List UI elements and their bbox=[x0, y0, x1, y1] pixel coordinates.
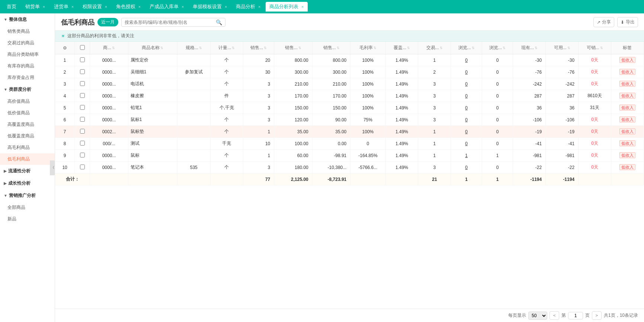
nav-purchase-order-close[interactable]: × bbox=[71, 4, 74, 9]
th-gross-rate[interactable]: 毛利率⇅ bbox=[350, 42, 385, 54]
sidebar-item-new-products[interactable]: 新品 bbox=[0, 213, 55, 225]
sidebar-group-growth[interactable]: ▶ 成长性分析 bbox=[0, 177, 55, 189]
nav-purchase-order[interactable]: 进货单 × bbox=[50, 2, 77, 12]
nav-sales-order-close[interactable]: × bbox=[43, 4, 45, 9]
row-check[interactable] bbox=[80, 93, 85, 98]
row-browse1[interactable]: 0 bbox=[451, 114, 482, 126]
th-coverage[interactable]: 覆盖...⇅ bbox=[385, 42, 418, 54]
export-btn[interactable]: ⬇ 导出 bbox=[617, 17, 638, 27]
sidebar-collapse-btn[interactable]: 《 bbox=[50, 160, 55, 175]
nav-permissions-close[interactable]: × bbox=[105, 4, 107, 9]
nav-home[interactable]: 首页 bbox=[3, 2, 20, 12]
select-all-checkbox[interactable] bbox=[80, 45, 85, 50]
row-browse1[interactable]: 0 bbox=[451, 90, 482, 102]
row-browse1[interactable]: 0 bbox=[451, 126, 482, 138]
sidebar-item-high-value[interactable]: 高价值商品 bbox=[0, 96, 55, 107]
row-code: 0000... bbox=[90, 54, 128, 66]
nav-permissions[interactable]: 权限设置 × bbox=[79, 2, 111, 12]
nav-role-auth-close[interactable]: × bbox=[138, 4, 141, 9]
row-checkbox[interactable] bbox=[75, 150, 90, 162]
th-sellable[interactable]: 可销...⇅ bbox=[579, 42, 611, 54]
row-browse1[interactable]: 0 bbox=[451, 162, 482, 173]
th-available[interactable]: 可用...⇅ bbox=[546, 42, 579, 54]
th-price[interactable]: 销售...⇅ bbox=[274, 42, 313, 54]
sidebar-item-low-value[interactable]: 低价值商品 bbox=[0, 107, 55, 119]
row-check[interactable] bbox=[80, 153, 85, 157]
row-browse1[interactable]: 0 bbox=[451, 78, 482, 90]
share-btn[interactable]: ↗ 分享 bbox=[593, 17, 614, 27]
sidebar-group-overview[interactable]: ▼ 整体信息 bbox=[0, 13, 55, 26]
sidebar-item-all-products[interactable]: 全部商品 bbox=[0, 202, 55, 213]
row-checkbox[interactable] bbox=[75, 162, 90, 173]
th-name[interactable]: 商品名称⇅ bbox=[128, 42, 177, 54]
row-check[interactable] bbox=[80, 57, 85, 62]
row-checkbox[interactable] bbox=[75, 66, 90, 78]
sidebar-item-stocked-products[interactable]: 有库存的商品 bbox=[0, 60, 55, 72]
th-unit[interactable]: 计量...⇅ bbox=[210, 42, 243, 54]
sidebar-item-low-margin[interactable]: 低毛利商品 bbox=[0, 153, 55, 165]
row-name: 电话机 bbox=[128, 78, 177, 90]
sidebar-item-category-sales-rate[interactable]: 商品分类助销率 bbox=[0, 49, 55, 60]
row-browse1[interactable]: 1 bbox=[451, 150, 482, 162]
row-check[interactable] bbox=[80, 117, 85, 122]
th-trade[interactable]: 交易...⇅ bbox=[418, 42, 451, 54]
th-browse2[interactable]: 浏览...⇅ bbox=[482, 42, 513, 54]
th-browse1[interactable]: 浏览...⇅ bbox=[451, 42, 482, 54]
nav-template-settings[interactable]: 单据模板设置 × bbox=[189, 2, 231, 12]
page-number-input[interactable] bbox=[568, 312, 583, 319]
row-browse1[interactable]: 0 bbox=[451, 102, 482, 114]
sidebar-group-circulation[interactable]: ▶ 流通性分析 bbox=[0, 165, 55, 177]
sidebar-item-low-coverage[interactable]: 低覆盖度商品 bbox=[0, 130, 55, 142]
row-browse1[interactable]: 0 bbox=[451, 138, 482, 150]
nav-product-analysis-list-close[interactable]: × bbox=[301, 4, 304, 9]
row-check[interactable] bbox=[80, 105, 85, 110]
search-input[interactable] bbox=[125, 20, 214, 25]
sidebar-item-traded-products[interactable]: 交易过的商品 bbox=[0, 37, 55, 49]
th-spec[interactable]: 规格...⇅ bbox=[177, 42, 210, 54]
row-check[interactable] bbox=[80, 141, 85, 146]
th-settings[interactable]: ⚙ bbox=[55, 42, 75, 54]
nav-role-auth[interactable]: 角色授权 × bbox=[112, 2, 144, 12]
sidebar-item-high-margin[interactable]: 高毛利商品 bbox=[0, 142, 55, 153]
nav-product-analysis-list[interactable]: 商品分析列表 × bbox=[266, 2, 307, 12]
th-stock[interactable]: 现有...⇅ bbox=[513, 42, 546, 54]
sidebar-item-inventory-capital[interactable]: 库存资金占用 bbox=[0, 72, 55, 83]
search-icon[interactable]: 🔍 bbox=[216, 19, 222, 25]
row-browse1[interactable]: 0 bbox=[451, 66, 482, 78]
row-check[interactable] bbox=[80, 165, 85, 169]
nav-sales-order[interactable]: 销货单 × bbox=[22, 2, 49, 12]
row-browse1[interactable]: 0 bbox=[451, 54, 482, 66]
row-checkbox[interactable] bbox=[75, 126, 90, 138]
row-checkbox[interactable] bbox=[75, 114, 90, 126]
th-checkbox[interactable] bbox=[75, 42, 90, 54]
row-coverage: 1.49% bbox=[385, 90, 418, 102]
th-qty[interactable]: 销售...⇅ bbox=[243, 42, 274, 54]
table-wrapper[interactable]: ⚙ 商...⇅ 商品名称⇅ 规格...⇅ 计量...⇅ 销售...⇅ 销售...… bbox=[55, 42, 644, 309]
filter-recent-month-btn[interactable]: 近一月 bbox=[97, 18, 118, 26]
row-checkbox[interactable] bbox=[75, 90, 90, 102]
row-checkbox[interactable] bbox=[75, 102, 90, 114]
th-code[interactable]: 商...⇅ bbox=[90, 42, 128, 54]
prev-page-btn[interactable]: ＜ bbox=[550, 311, 559, 320]
nav-product-warehouse-close[interactable]: × bbox=[182, 4, 184, 9]
row-check[interactable] bbox=[80, 81, 85, 86]
nav-product-warehouse[interactable]: 产成品入库单 × bbox=[146, 2, 188, 12]
row-checkbox[interactable] bbox=[75, 138, 90, 150]
nav-product-analysis-close[interactable]: × bbox=[258, 4, 260, 9]
th-tag[interactable]: 标签 bbox=[611, 42, 644, 54]
sidebar-item-sales-products[interactable]: 销售类商品 bbox=[0, 26, 55, 37]
data-table: ⚙ 商...⇅ 商品名称⇅ 规格...⇅ 计量...⇅ 销售...⇅ 销售...… bbox=[55, 42, 644, 185]
row-checkbox[interactable] bbox=[75, 54, 90, 66]
page-size-select[interactable]: 50 10 20 100 bbox=[528, 312, 547, 320]
row-check[interactable] bbox=[80, 69, 85, 74]
next-page-btn[interactable]: ＞ bbox=[592, 311, 602, 320]
sidebar-item-high-coverage[interactable]: 高覆盖度商品 bbox=[0, 119, 55, 130]
row-check[interactable] bbox=[80, 129, 85, 134]
th-sales[interactable]: 销售...⇅ bbox=[312, 42, 350, 54]
nav-product-analysis[interactable]: 商品分析 × bbox=[232, 2, 264, 12]
nav-template-settings-close[interactable]: × bbox=[225, 4, 227, 9]
row-tag: 低收入 bbox=[611, 150, 644, 162]
sidebar-group-marketing[interactable]: ▼ 营销推广分析 bbox=[0, 189, 55, 202]
sidebar-group-cluster[interactable]: ▼ 类群度分析 bbox=[0, 83, 55, 96]
row-checkbox[interactable] bbox=[75, 78, 90, 90]
